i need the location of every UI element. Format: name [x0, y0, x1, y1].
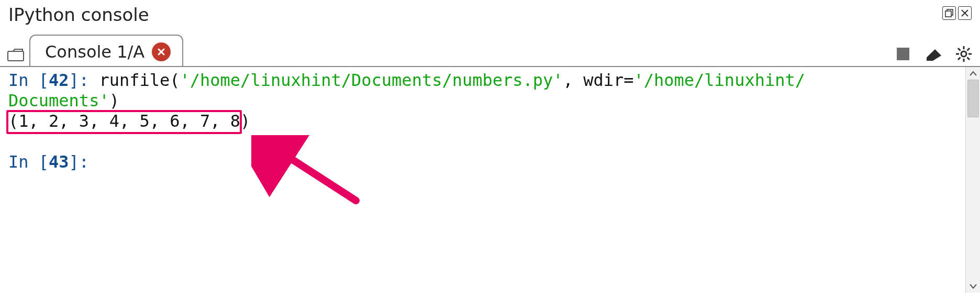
gear-icon: [955, 45, 973, 63]
svg-rect-7: [897, 48, 909, 60]
code-string: '/home/linuxhint/: [633, 70, 805, 90]
code-string: Documents': [8, 91, 109, 111]
svg-point-8: [961, 51, 966, 57]
panel-title: IPython console: [8, 4, 149, 25]
code-sep: , wdir=: [563, 70, 634, 90]
prompt-in: In [: [8, 152, 49, 172]
console-settings-button[interactable]: [955, 45, 973, 63]
code-string: '/home/linuxhint/Documents/numbers.py': [180, 70, 563, 90]
tab-label: Console 1/A: [45, 42, 144, 62]
svg-line-16: [958, 58, 961, 60]
prompt-in: In [: [8, 70, 49, 90]
tab-bar: Console 1/A: [0, 27, 980, 66]
eraser-icon: [922, 46, 943, 62]
chevron-down-icon: [970, 284, 977, 289]
svg-rect-4: [8, 51, 24, 61]
tab-console-1a[interactable]: Console 1/A: [29, 35, 183, 67]
chevron-up-icon: [970, 71, 977, 76]
svg-rect-1: [945, 11, 951, 17]
output-line: (1, 2, 3, 4, 5, 6, 7, 8): [8, 111, 250, 131]
stop-icon: [895, 46, 911, 62]
code-close: ): [109, 91, 119, 111]
prompt-number: 43: [49, 152, 69, 172]
clear-console-button[interactable]: [922, 46, 943, 62]
scroll-up-button[interactable]: [966, 67, 980, 80]
folder-icon: [7, 48, 25, 62]
vertical-scrollbar[interactable]: [965, 67, 980, 293]
prompt-close: ]:: [69, 152, 90, 172]
browse-tabs-button[interactable]: [6, 47, 25, 63]
stop-kernel-button[interactable]: [895, 46, 911, 62]
code-func: runfile(: [99, 70, 180, 90]
close-icon: [157, 47, 166, 57]
svg-line-15: [967, 48, 970, 51]
scroll-thumb[interactable]: [967, 80, 979, 117]
console-output[interactable]: In [42]: runfile('/home/linuxhint/Docume…: [0, 67, 980, 293]
scroll-down-button[interactable]: [966, 280, 980, 293]
svg-line-13: [958, 48, 961, 51]
close-icon: [961, 9, 969, 17]
tab-close-button[interactable]: [152, 42, 171, 61]
close-panel-button[interactable]: [958, 6, 972, 20]
restore-icon: [945, 9, 953, 17]
prompt-number: 42: [49, 70, 69, 90]
window-controls: [942, 6, 972, 20]
prompt-close: ]:: [69, 70, 99, 90]
restore-window-button[interactable]: [942, 6, 956, 20]
svg-line-14: [967, 58, 970, 60]
